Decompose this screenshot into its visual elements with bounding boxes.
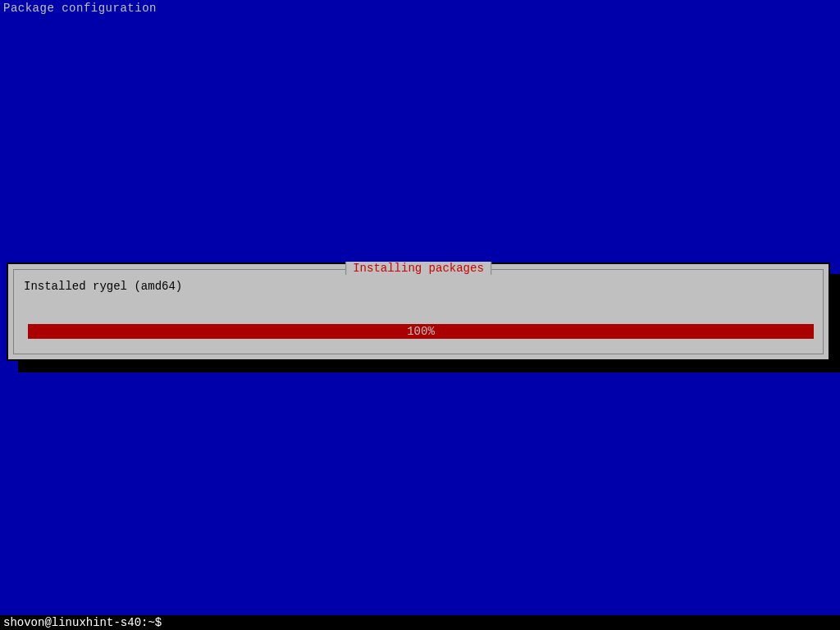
header-title: Package configuration xyxy=(3,2,157,15)
prompt-text: shovon@linuxhint-s40:~$ xyxy=(3,616,162,629)
dialog-title: Installing packages xyxy=(345,262,491,275)
dialog-wrapper: Installing packages Installed rygel (amd… xyxy=(7,262,830,361)
dialog-inner: Installing packages Installed rygel (amd… xyxy=(13,269,824,354)
installing-dialog: Installing packages Installed rygel (amd… xyxy=(7,262,830,361)
page-header: Package configuration xyxy=(0,0,840,16)
progress-bar: 100% xyxy=(28,324,814,339)
terminal-prompt[interactable]: shovon@linuxhint-s40:~$ xyxy=(0,615,840,630)
progress-label: 100% xyxy=(407,325,435,338)
install-status-text: Installed rygel (amd64) xyxy=(24,280,813,293)
